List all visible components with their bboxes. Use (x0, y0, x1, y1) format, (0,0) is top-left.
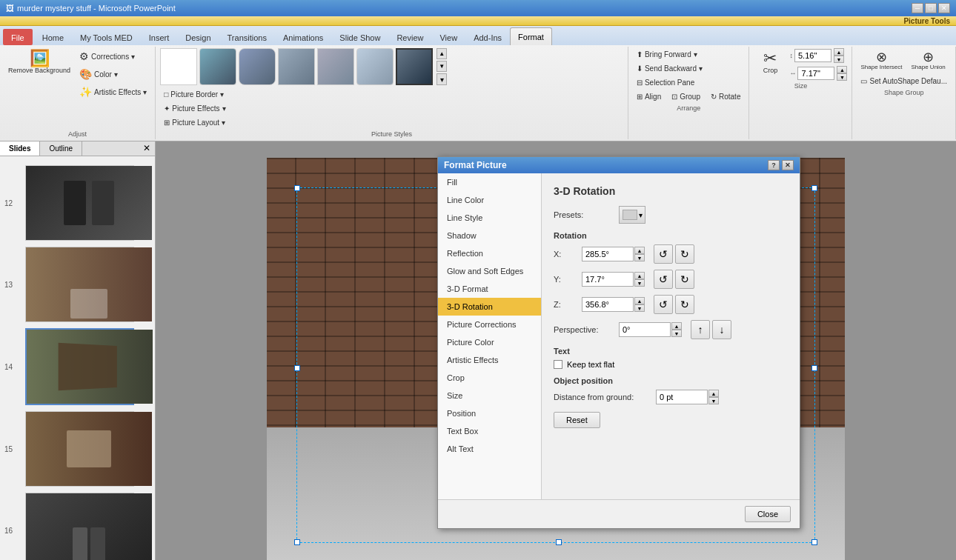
artistic-dropdown-icon[interactable]: ▾ (143, 88, 147, 96)
style-more-btn[interactable]: ▾ (436, 73, 447, 85)
width-down[interactable]: ▼ (837, 73, 847, 81)
tab-home[interactable]: Home (34, 29, 72, 45)
perspective-down-btn[interactable]: ▼ (671, 330, 682, 337)
tab-slides[interactable]: Slides (0, 141, 40, 156)
x-down-btn[interactable]: ▼ (634, 254, 645, 261)
sidebar-item-3d-rotation[interactable]: 3-D Rotation (438, 298, 541, 316)
sidebar-item-shadow[interactable]: Shadow (438, 227, 541, 244)
send-backward-dropdown[interactable]: ▾ (699, 64, 703, 73)
handle-tl[interactable] (294, 185, 300, 191)
tab-slide-show[interactable]: Slide Show (331, 29, 388, 45)
corrections-button[interactable]: ⚙ Corrections ▾ (76, 48, 150, 64)
perspective-input[interactable] (619, 322, 671, 337)
height-down[interactable]: ▼ (834, 56, 844, 63)
picture-border-dropdown[interactable]: ▾ (220, 90, 224, 99)
dialog-close-footer-button[interactable]: Close (745, 506, 791, 522)
shape-intersect-button[interactable]: ⊗ Shape Intersect (857, 48, 906, 73)
handle-bm[interactable] (556, 539, 562, 545)
sidebar-item-alt-text[interactable]: Alt Text (438, 440, 541, 458)
close-window-button[interactable]: ✕ (938, 3, 950, 13)
sidebar-item-glow[interactable]: Glow and Soft Edges (438, 262, 541, 280)
reset-button[interactable]: Reset (554, 412, 600, 428)
handle-bl[interactable] (294, 539, 300, 545)
x-rotation-input[interactable] (582, 247, 634, 261)
slide-thumbnail-16[interactable] (25, 493, 134, 560)
handle-mr[interactable] (811, 365, 817, 371)
sidebar-item-position[interactable]: Position (438, 404, 541, 422)
color-button[interactable]: 🎨 Color ▾ (76, 66, 150, 82)
dialog-help-button[interactable]: ? (768, 160, 780, 170)
rotate-button[interactable]: ↻ Rotate (707, 90, 744, 103)
close-panel-button[interactable]: ✕ (139, 141, 155, 156)
height-input[interactable] (794, 49, 831, 62)
set-autoshape-button[interactable]: ▭ Set AutoShape Defau... (857, 75, 951, 87)
tab-review[interactable]: Review (388, 29, 431, 45)
sidebar-item-line-style[interactable]: Line Style (438, 209, 541, 227)
keep-text-flat-checkbox[interactable] (554, 360, 562, 369)
handle-ml[interactable] (294, 365, 300, 371)
style-thumb-3[interactable] (239, 48, 276, 85)
tab-design[interactable]: Design (177, 29, 219, 45)
bring-forward-dropdown[interactable]: ▾ (694, 50, 697, 59)
x-rotate-left-btn[interactable]: ↺ (654, 244, 673, 264)
color-dropdown-icon[interactable]: ▾ (114, 70, 118, 79)
slide-thumbnail-13[interactable] (25, 247, 134, 322)
width-up[interactable]: ▲ (837, 66, 847, 73)
perspective-up-btn[interactable]: ▲ (671, 322, 682, 330)
slide-thumbnail-14[interactable] (25, 328, 134, 405)
artistic-effects-button[interactable]: ✨ Artistic Effects ▾ (76, 84, 150, 100)
sidebar-item-picture-color[interactable]: Picture Color (438, 333, 541, 351)
sidebar-item-reflection[interactable]: Reflection (438, 244, 541, 262)
y-up-btn[interactable]: ▲ (634, 272, 645, 279)
sidebar-item-picture-corrections[interactable]: Picture Corrections (438, 316, 541, 333)
tab-format[interactable]: Format (510, 27, 552, 45)
align-button[interactable]: ⊞ Align (633, 90, 665, 103)
z-down-btn[interactable]: ▼ (634, 304, 645, 312)
send-backward-button[interactable]: ⬇ Send Backward ▾ (633, 62, 745, 75)
x-rotate-right-btn[interactable]: ↻ (675, 244, 694, 264)
width-input[interactable] (797, 67, 834, 80)
sidebar-item-text-box[interactable]: Text Box (438, 422, 541, 440)
z-up-btn[interactable]: ▲ (634, 297, 645, 304)
distance-up-btn[interactable]: ▲ (708, 390, 719, 397)
x-up-btn[interactable]: ▲ (634, 247, 645, 254)
style-thumb-4[interactable] (278, 48, 315, 85)
picture-border-button[interactable]: □ Picture Border ▾ (160, 88, 623, 101)
tab-outline[interactable]: Outline (40, 141, 82, 156)
y-rotate-right-btn[interactable]: ↻ (675, 270, 694, 289)
picture-layout-button[interactable]: ⊞ Picture Layout ▾ (160, 116, 623, 129)
group-button[interactable]: ⊡ Group (668, 90, 704, 103)
style-thumb-6[interactable] (356, 48, 394, 85)
style-thumb-2[interactable] (199, 48, 236, 85)
maximize-button[interactable]: □ (925, 3, 937, 13)
style-thumb-5[interactable] (317, 48, 354, 85)
y-rotate-left-btn[interactable]: ↺ (654, 270, 673, 289)
slide-thumbnail-12[interactable] (25, 165, 134, 241)
bring-forward-button[interactable]: ⬆ Bring Forward ▾ (633, 48, 745, 61)
sidebar-item-crop[interactable]: Crop (438, 369, 541, 387)
corrections-dropdown-icon[interactable]: ▾ (131, 53, 135, 61)
sidebar-item-size[interactable]: Size (438, 387, 541, 404)
tab-transitions[interactable]: Transitions (219, 29, 275, 45)
style-scroll-down[interactable]: ▼ (436, 61, 447, 72)
handle-br[interactable] (811, 539, 817, 545)
picture-effects-button[interactable]: ✦ Picture Effects ▾ (160, 102, 623, 115)
tab-animations[interactable]: Animations (275, 29, 331, 45)
z-rotate-right-btn[interactable]: ↻ (675, 295, 694, 314)
z-rotate-left-btn[interactable]: ↺ (654, 295, 673, 314)
style-thumb-1[interactable] (160, 48, 197, 85)
tab-insert[interactable]: Insert (141, 29, 178, 45)
tab-my-tools[interactable]: My Tools MED (72, 29, 141, 45)
tab-add-ins[interactable]: Add-Ins (465, 29, 510, 45)
sidebar-item-3d-format[interactable]: 3-D Format (438, 280, 541, 298)
distance-down-btn[interactable]: ▼ (708, 397, 719, 404)
y-down-btn[interactable]: ▼ (634, 279, 645, 287)
perspective-up-arrow-btn[interactable]: ↑ (691, 320, 710, 339)
height-up[interactable]: ▲ (834, 48, 844, 56)
tab-file[interactable]: File (3, 29, 33, 45)
slide-thumbnail-15[interactable] (25, 411, 134, 487)
tab-view[interactable]: View (431, 29, 465, 45)
z-rotation-input[interactable] (582, 297, 634, 312)
sidebar-item-artistic-effects[interactable]: Artistic Effects (438, 351, 541, 369)
handle-tr[interactable] (811, 185, 817, 191)
